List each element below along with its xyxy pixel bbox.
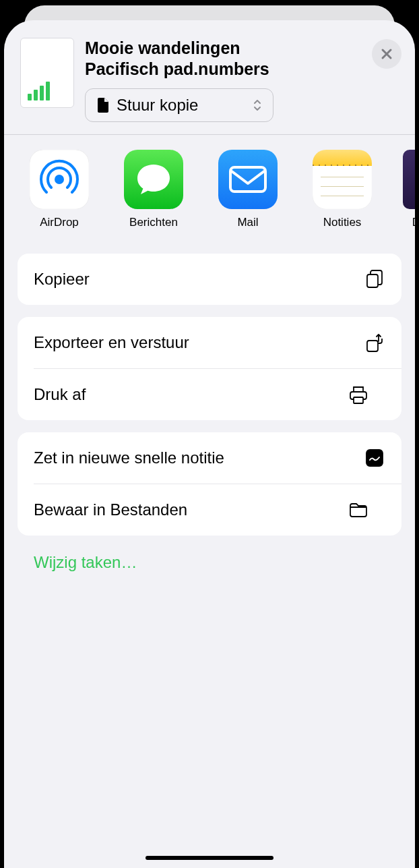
app-label: D	[412, 216, 415, 229]
sheet-header: Mooie wandelingen Pacifisch pad.numbers …	[4, 20, 415, 134]
action-label: Zet in nieuwe snelle notitie	[34, 449, 224, 467]
other-app-icon	[403, 150, 415, 209]
svg-rect-3	[367, 341, 378, 351]
numbers-bars-icon	[28, 82, 50, 100]
app-label: Notities	[323, 216, 362, 229]
send-copy-label: Stuur kopie	[117, 96, 246, 115]
document-title: Mooie wandelingen Pacifisch pad.numbers	[85, 38, 361, 80]
action-label: Bewaar in Bestanden	[34, 500, 187, 519]
mail-icon	[218, 150, 278, 209]
close-button[interactable]	[372, 39, 401, 69]
send-copy-select[interactable]: Stuur kopie	[85, 88, 273, 122]
chevron-updown-icon	[253, 98, 262, 112]
app-label: AirDrop	[40, 216, 79, 229]
share-apps-row[interactable]: AirDrop Berichten Mail Notities	[4, 135, 415, 244]
copy-icon	[364, 268, 385, 290]
actions-content: Kopieer Exporteer en verstuur Druk af	[4, 244, 415, 589]
print-icon	[348, 384, 369, 405]
action-group-2: Exporteer en verstuur Druk af	[18, 317, 401, 420]
header-text: Mooie wandelingen Pacifisch pad.numbers …	[85, 38, 361, 122]
action-copy[interactable]: Kopieer	[18, 254, 401, 305]
title-line-2: Pacifisch pad.numbers	[85, 59, 269, 78]
action-group-3: Zet in nieuwe snelle notitie Bewaar in B…	[18, 432, 401, 536]
app-notes[interactable]: Notities	[309, 150, 376, 229]
svg-rect-2	[367, 274, 378, 287]
airdrop-icon	[30, 150, 89, 209]
home-indicator[interactable]	[146, 856, 273, 860]
action-label: Druk af	[34, 385, 86, 404]
export-icon	[364, 332, 385, 353]
messages-icon	[124, 150, 183, 209]
action-save-files[interactable]: Bewaar in Bestanden	[34, 484, 401, 536]
action-quick-note[interactable]: Zet in nieuwe snelle notitie	[18, 432, 401, 484]
svg-rect-6	[366, 450, 383, 466]
close-icon	[381, 48, 393, 60]
edit-actions-label: Wijzig taken…	[34, 553, 137, 571]
document-thumbnail	[20, 38, 74, 108]
action-group-1: Kopieer	[18, 254, 401, 305]
app-other[interactable]: D	[403, 150, 415, 229]
notes-icon	[313, 150, 372, 209]
svg-rect-1	[230, 167, 265, 192]
app-label: Berichten	[129, 216, 178, 229]
share-sheet: Mooie wandelingen Pacifisch pad.numbers …	[4, 20, 415, 868]
app-label: Mail	[237, 216, 258, 229]
app-airdrop[interactable]: AirDrop	[26, 150, 93, 229]
svg-point-0	[55, 175, 64, 184]
svg-rect-5	[354, 397, 363, 403]
document-icon	[96, 97, 110, 113]
action-label: Kopieer	[34, 270, 90, 289]
quick-note-icon	[364, 447, 385, 469]
folder-icon	[348, 499, 369, 521]
app-mail[interactable]: Mail	[214, 150, 282, 229]
title-line-1: Mooie wandelingen	[85, 38, 240, 57]
action-export-send[interactable]: Exporteer en verstuur	[18, 317, 401, 368]
action-label: Exporteer en verstuur	[34, 333, 189, 352]
edit-actions-link[interactable]: Wijzig taken…	[18, 536, 401, 589]
action-print[interactable]: Druk af	[34, 368, 401, 420]
app-messages[interactable]: Berichten	[120, 150, 187, 229]
